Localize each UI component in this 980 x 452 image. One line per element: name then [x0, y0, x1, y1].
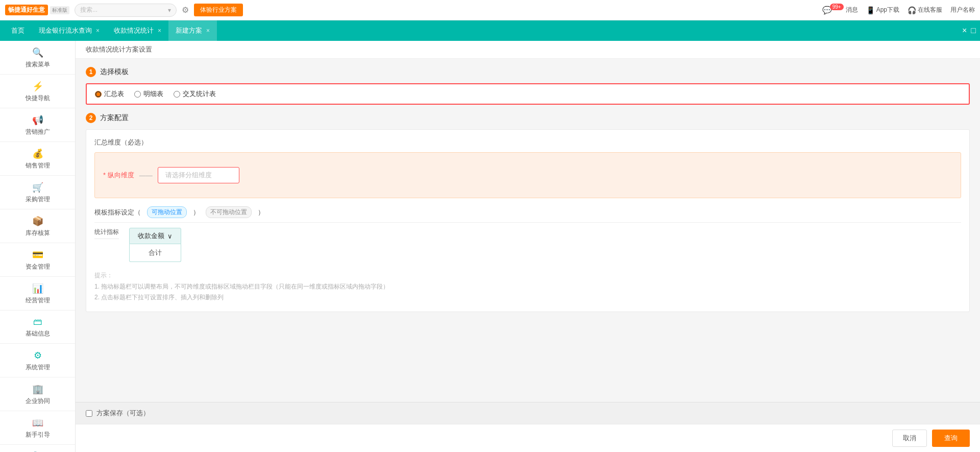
col-dropdown-icon[interactable]: ∨ — [167, 232, 173, 240]
draggable-tag: 可拖动位置 — [147, 206, 187, 218]
tab-new-plan[interactable]: 新建方案 × — [168, 20, 217, 41]
sidebar-item-hardware[interactable]: 🔧 智能硬件 — [0, 445, 75, 452]
sidebar-item-quicknav[interactable]: ⚡ 快捷导航 — [0, 75, 75, 108]
metrics-col-body: 合计 — [129, 244, 181, 262]
sidebar-item-newbie[interactable]: 📖 新手引导 — [0, 411, 75, 445]
section1-title: 选择模板 — [100, 67, 129, 77]
sidebar-item-newbie-label: 新手引导 — [26, 431, 50, 439]
newbie-icon: 📖 — [32, 417, 43, 429]
download-icon: 📱 — [866, 6, 875, 14]
quicknav-icon: ⚡ — [32, 81, 43, 92]
window-maximize-icon[interactable]: □ — [971, 26, 976, 35]
footer: 取消 查询 — [76, 424, 980, 452]
radio-summary-label: 汇总表 — [104, 89, 124, 99]
query-button[interactable]: 查询 — [932, 430, 970, 447]
tips-title: 提示： — [94, 272, 113, 279]
sidebar-item-basic-info[interactable]: 🗃 基础信息 — [0, 311, 75, 344]
search-icon: 🔍 — [32, 47, 43, 58]
page-title: 收款情况统计方案设置 — [86, 45, 152, 53]
col-header-label: 收款金额 — [138, 231, 164, 241]
plan-config-box: 汇总维度（必选） * 纵向维度 —— 请选择分组维度 模板指标设定（ — [86, 129, 970, 312]
radio-cross-label: 交叉统计表 — [183, 89, 216, 99]
sidebar: 🔍 搜索菜单 ⚡ 快捷导航 📢 营销推广 💰 销售管理 🛒 采购管理 📦 库存核… — [0, 41, 76, 452]
edition-badge: 标准版 — [50, 6, 69, 14]
metrics-col-header[interactable]: 收款金额 ∨ — [129, 228, 181, 244]
content-area: 收款情况统计方案设置 1 选择模板 汇总表 明细表 — [76, 41, 980, 452]
nav-window-controls: × □ — [962, 26, 976, 35]
metrics-grid: 统计指标 收款金额 ∨ 合计 — [94, 228, 961, 262]
topbar-right-area: 💬 99+ 消息 📱 App下载 🎧 在线客服 用户名称 — [822, 6, 975, 15]
sidebar-item-purchase[interactable]: 🛒 采购管理 — [0, 176, 75, 209]
metrics-header: 模板指标设定（ 可拖动位置 ） 不可拖动位置 ） — [94, 206, 961, 223]
save-option-checkbox[interactable] — [86, 410, 92, 417]
dimension-section-title: 汇总维度（必选） — [94, 138, 961, 147]
main-content: 1 选择模板 汇总表 明细表 交叉统计表 — [76, 59, 980, 402]
radio-cross[interactable]: 交叉统计表 — [174, 89, 216, 99]
settings-icon[interactable]: ⚙ — [182, 5, 189, 15]
sidebar-item-marketing[interactable]: 📢 营销推广 — [0, 108, 75, 142]
tip1-text: 1. 拖动标题栏可以调整布局，不可跨维度或指标区域拖动栏目字段（只能在同一维度或… — [94, 281, 961, 293]
sidebar-item-enterprise-label: 企业协同 — [26, 397, 50, 406]
sidebar-item-enterprise[interactable]: 🏢 企业协同 — [0, 377, 75, 411]
tips-area: 提示： 1. 拖动标题栏可以调整布局，不可跨维度或指标区域拖动栏目字段（只能在同… — [94, 270, 961, 303]
search-dropdown-icon: ▾ — [168, 7, 171, 14]
notification-area[interactable]: 💬 99+ 消息 — [822, 6, 858, 15]
notification-badge: 99+ — [830, 4, 844, 10]
sidebar-item-purchase-label: 采购管理 — [26, 195, 50, 204]
tab-home[interactable]: 首页 — [4, 20, 32, 41]
inventory-icon: 📦 — [32, 216, 43, 227]
radio-detail[interactable]: 明细表 — [134, 89, 163, 99]
radio-summary-input[interactable] — [95, 91, 102, 98]
trial-button[interactable]: 体验行业方案 — [194, 4, 243, 16]
dimension-area: * 纵向维度 —— 请选择分组维度 — [94, 152, 961, 198]
metrics-title-sep: ） — [193, 208, 200, 217]
dimension-selector[interactable]: 请选择分组维度 — [158, 167, 239, 183]
sidebar-item-sales[interactable]: 💰 销售管理 — [0, 142, 75, 176]
logo-text: 畅捷通好生意 — [5, 5, 48, 15]
tab-new-plan-close[interactable]: × — [206, 20, 210, 41]
tab-cash-bank-close[interactable]: × — [96, 20, 100, 41]
sidebar-item-finance[interactable]: 💳 资金管理 — [0, 243, 75, 277]
download-label: App下载 — [876, 6, 899, 14]
section2-num: 2 — [86, 113, 96, 123]
purchase-icon: 🛒 — [32, 182, 43, 193]
tab-home-label: 首页 — [11, 20, 24, 41]
sidebar-item-operations[interactable]: 📊 经营管理 — [0, 277, 75, 311]
finance-icon: 💳 — [32, 249, 43, 260]
tab-collection-stats-close[interactable]: × — [158, 20, 161, 41]
radio-cross-input[interactable] — [174, 91, 180, 98]
download-area[interactable]: 📱 App下载 — [866, 6, 899, 14]
nav-tabs-bar: 首页 现金银行流水查询 × 收款情况统计 × 新建方案 × × □ — [0, 20, 980, 41]
topbar-search-bar[interactable]: 搜索... ▾ — [75, 4, 177, 17]
topbar: 畅捷通好生意 标准版 搜索... ▾ ⚙ 体验行业方案 💬 99+ 消息 📱 A… — [0, 0, 980, 20]
sidebar-item-search[interactable]: 🔍 搜索菜单 — [0, 41, 75, 75]
section2-title: 方案配置 — [100, 113, 129, 123]
sales-icon: 💰 — [32, 148, 43, 159]
tab-cash-bank[interactable]: 现金银行流水查询 × — [32, 20, 107, 41]
sidebar-item-inventory[interactable]: 📦 库存核算 — [0, 209, 75, 243]
non-draggable-tag: 不可拖动位置 — [206, 206, 252, 218]
tab-collection-stats[interactable]: 收款情况统计 × — [107, 20, 168, 41]
sidebar-item-sales-label: 销售管理 — [26, 161, 50, 170]
radio-summary[interactable]: 汇总表 — [95, 89, 124, 99]
radio-detail-input[interactable] — [134, 91, 141, 98]
template-options: 汇总表 明细表 交叉统计表 — [86, 83, 970, 105]
tab-cash-bank-label: 现金银行流水查询 — [39, 20, 92, 41]
tab-collection-stats-label: 收款情况统计 — [114, 20, 154, 41]
tab-new-plan-label: 新建方案 — [176, 20, 202, 41]
search-placeholder-text: 搜索... — [80, 6, 97, 14]
section-template: 1 选择模板 汇总表 明细表 交叉统计表 — [86, 67, 970, 105]
sidebar-item-inventory-label: 库存核算 — [26, 229, 50, 237]
marketing-icon: 📢 — [32, 114, 43, 126]
sidebar-item-system-label: 系统管理 — [26, 363, 50, 372]
sidebar-item-basic-info-label: 基础信息 — [26, 329, 50, 338]
basic-info-icon: 🗃 — [33, 317, 42, 327]
window-close-icon[interactable]: × — [962, 26, 967, 35]
section-template-header: 1 选择模板 — [86, 67, 970, 77]
cancel-button[interactable]: 取消 — [892, 430, 927, 447]
enterprise-icon: 🏢 — [32, 384, 43, 395]
service-area[interactable]: 🎧 在线客服 — [908, 6, 942, 14]
sidebar-item-system[interactable]: ⚙ 系统管理 — [0, 344, 75, 377]
user-name[interactable]: 用户名称 — [950, 6, 975, 14]
sidebar-item-quicknav-label: 快捷导航 — [26, 94, 50, 103]
